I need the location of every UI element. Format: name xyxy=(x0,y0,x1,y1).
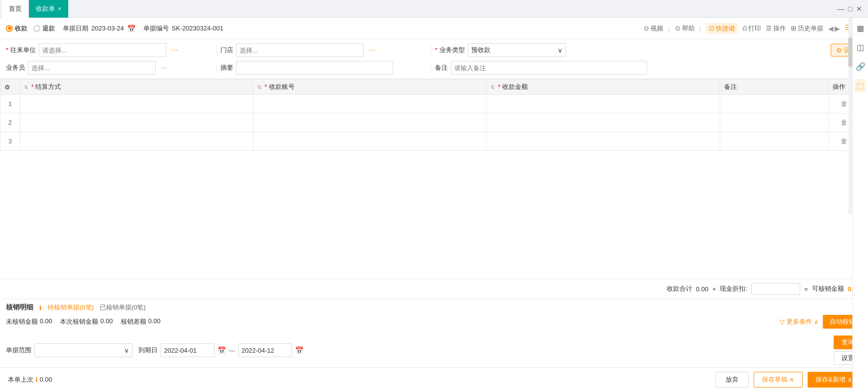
tab-active[interactable]: 收款单 × xyxy=(29,0,68,18)
row-2-delete-icon[interactable]: 🗑 xyxy=(841,118,847,126)
table-section: ⚙ ⇅ * 结算方式 ⇅ * 收款账号 ⇅ * 收款 xyxy=(0,79,868,279)
recon-header: 核销明细 ℹ 待核销单据(0笔) 已核销单据(0笔) xyxy=(6,303,862,312)
date-range-field: 到期日 📅 — 📅 xyxy=(138,343,303,357)
row-3-num: 3 xyxy=(0,132,20,151)
data-table: ⚙ ⇅ * 结算方式 ⇅ * 收款账号 ⇅ * 收款 xyxy=(0,79,868,151)
sidebar-doc-icon[interactable]: ◫ xyxy=(855,41,866,54)
partner-field: * 往来单位 ··· xyxy=(6,43,212,57)
chevron-down-icon: ∨ xyxy=(558,47,563,54)
shortcut-icon: ⊡ xyxy=(709,25,714,32)
right-sidebar: ▦ ◫ 🔗 ⬚ xyxy=(852,18,868,391)
row-2-payment[interactable] xyxy=(20,113,253,132)
number-label: 单据编号 xyxy=(143,24,169,33)
abandon-btn[interactable]: 放弃 xyxy=(715,372,749,388)
pending-tab[interactable]: 待核销单据(0笔) xyxy=(48,303,94,312)
sidebar-table-icon[interactable]: ▦ xyxy=(855,22,866,35)
tab-active-label: 收款单 xyxy=(36,0,55,18)
summary-input[interactable] xyxy=(236,61,393,75)
date-to-input[interactable] xyxy=(238,343,292,357)
calendar-to-icon[interactable]: 📅 xyxy=(295,346,303,354)
row-3-remarks[interactable] xyxy=(720,132,828,151)
date-from-input[interactable] xyxy=(161,343,215,357)
row-1-amount[interactable] xyxy=(487,95,720,113)
close-btn[interactable]: ✕ xyxy=(856,5,862,13)
save-draft-btn[interactable]: 保存草稿 ∧ xyxy=(754,372,803,388)
more-conditions-btn[interactable]: ▽ 更多条件 ∧ xyxy=(780,317,819,326)
tab-close-icon[interactable]: × xyxy=(58,0,61,18)
video-btn[interactable]: ⊙ 视频 xyxy=(644,24,663,33)
diff-label: 核销差额 xyxy=(121,317,146,326)
discount-input[interactable] xyxy=(751,283,800,295)
remarks-input[interactable] xyxy=(451,61,647,75)
partner-input[interactable] xyxy=(39,43,166,57)
recon-info-icon[interactable]: ℹ xyxy=(39,304,42,311)
radio-group: 收款 退款 xyxy=(6,24,55,33)
range-select[interactable]: ∨ xyxy=(34,343,133,357)
print-btn[interactable]: ⎙ 打印 xyxy=(743,24,761,33)
footer: 本单上次 ℹ 0.00 放弃 保存草稿 ∧ 保存&新增 ∧ xyxy=(0,367,868,391)
shop-label: 门店 xyxy=(220,46,233,55)
row-1-account[interactable] xyxy=(253,95,487,113)
biz-type-label: * 业务类型 xyxy=(435,46,465,55)
summary-label: 摘要 xyxy=(220,63,233,72)
video-label: 视频 xyxy=(651,24,663,33)
prev-arrow[interactable]: ◀ xyxy=(828,25,834,32)
history-btn[interactable]: ⊞ 历史单据 xyxy=(791,24,823,33)
current-value: 0.00 xyxy=(100,317,112,326)
unchecked-value: 0.00 xyxy=(40,317,52,326)
main-container: 收款 退款 单据日期 2023-03-24 📅 单据编号 SK-20230324… xyxy=(0,18,868,391)
minimize-btn[interactable]: — xyxy=(838,5,844,13)
maximize-btn[interactable]: □ xyxy=(848,5,852,13)
summary-field: 摘要 xyxy=(220,61,427,75)
footer-info-icon[interactable]: ℹ xyxy=(35,376,38,383)
salesman-label: 业务员 xyxy=(6,63,25,72)
help-btn[interactable]: ⊙ 帮助 xyxy=(675,24,695,33)
row-1-delete-icon[interactable]: 🗑 xyxy=(841,100,847,108)
tab-home[interactable]: 首页 xyxy=(2,0,29,18)
completed-tab[interactable]: 已核销单据(0笔) xyxy=(100,303,146,312)
recon-stats: 未核销金额 0.00 本次核销金额 0.00 核销差额 0.00 ▽ 更多条件 … xyxy=(6,315,862,329)
operation-btn[interactable]: ☰ 操作 xyxy=(766,24,786,33)
shop-input[interactable] xyxy=(236,43,364,57)
col-setting-header[interactable]: ⚙ xyxy=(0,80,20,95)
salesman-input[interactable] xyxy=(28,61,156,75)
range-label: 单据范围 xyxy=(6,346,31,355)
row-2-remarks[interactable] xyxy=(720,113,828,132)
form-row-2: 业务员 ··· 摘要 备注 xyxy=(6,61,862,75)
row-2-account[interactable] xyxy=(253,113,487,132)
salesman-ellipsis-icon[interactable]: ··· xyxy=(161,63,167,72)
row-3-delete-icon[interactable]: 🗑 xyxy=(841,137,847,145)
per-page-label: 本单上次 xyxy=(8,375,33,384)
radio-receive[interactable]: 收款 xyxy=(6,24,27,33)
row-1-payment[interactable] xyxy=(20,95,253,113)
equals-sign: = xyxy=(804,285,808,293)
total-value: 0.00 xyxy=(696,285,708,293)
number-field: 单据编号 SK-20230324-001 xyxy=(143,24,224,33)
next-arrow[interactable]: ▶ xyxy=(835,25,840,32)
row-3-account[interactable] xyxy=(253,132,487,151)
biz-type-field: * 业务类型 预收款 ∨ xyxy=(435,43,831,57)
partner-ellipsis-icon[interactable]: ··· xyxy=(171,46,178,55)
biz-type-select[interactable]: 预收款 ∨ xyxy=(468,43,566,57)
scrollbar-thumb[interactable] xyxy=(848,37,852,67)
sidebar-link-icon[interactable]: 🔗 xyxy=(854,60,868,73)
radio-refund[interactable]: 退款 xyxy=(33,24,55,33)
calendar-icon[interactable]: 📅 xyxy=(127,25,136,32)
video-icon: ⊙ xyxy=(644,25,649,32)
help-label: 帮助 xyxy=(682,24,695,33)
row-3-payment[interactable] xyxy=(20,132,253,151)
diff-stat: 核销差额 0.00 xyxy=(121,317,161,326)
radio-receive-label: 收款 xyxy=(15,24,27,33)
row-1-remarks[interactable] xyxy=(720,95,828,113)
nav-arrows: ◀ ▶ xyxy=(828,25,840,32)
remarks-field: 备注 xyxy=(435,61,862,75)
row-2-amount[interactable] xyxy=(487,113,720,132)
shortcut-btn[interactable]: ⊡ 快捷键 xyxy=(706,23,738,34)
shop-ellipsis-icon[interactable]: ··· xyxy=(369,46,375,55)
draft-arrow-icon: ∧ xyxy=(789,376,794,383)
calendar-from-icon[interactable]: 📅 xyxy=(217,346,226,354)
sidebar-expand-icon[interactable]: ⬚ xyxy=(855,79,866,92)
date-label: 单据日期 xyxy=(63,24,88,33)
operation-label: 操作 xyxy=(773,24,786,33)
row-3-amount[interactable] xyxy=(487,132,720,151)
